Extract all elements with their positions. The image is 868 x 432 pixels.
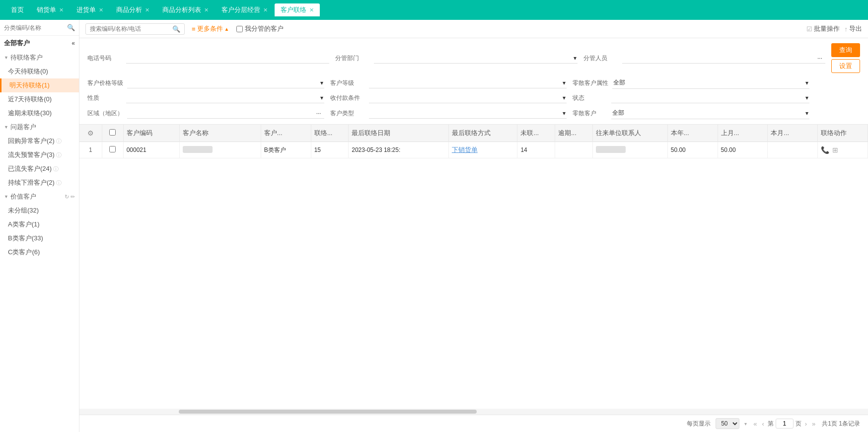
col-overdue-header: 逾期... [555, 125, 592, 142]
all-customers-header[interactable]: 全部客户 « [0, 36, 79, 51]
sidebar-item-today-contact[interactable]: 今天待联络(0) [0, 65, 79, 78]
customer-level-select[interactable] [369, 78, 567, 88]
sidebar-item-7day-contact[interactable]: 近7天待联络(0) [0, 92, 79, 106]
export-btn[interactable]: ↑ 导出 [845, 24, 863, 33]
status-label: 状态 [573, 94, 607, 102]
nav-product-analysis-list[interactable]: 商品分析列表 ✕ [156, 3, 215, 16]
region-ellipsis[interactable]: ··· [314, 110, 323, 117]
main-layout: 🔍 全部客户 « 待联络客户 今天待联络(0) 明天待联络(1) 近7天待联络(… [0, 20, 868, 432]
nav-product-analysis-close[interactable]: ✕ [145, 7, 149, 13]
last-page-btn[interactable]: » [810, 420, 817, 428]
region-select[interactable]: ··· [127, 108, 324, 119]
sidebar-group-value-customers[interactable]: 价值客户 ↻ ✏ [0, 190, 79, 204]
filter-field-retail-attr: 零散客户属性 全部 [573, 77, 809, 89]
page-suffix: 页 [796, 420, 801, 428]
nav-product-analysis-list-close[interactable]: ✕ [204, 7, 209, 13]
nav-product-analysis[interactable]: 商品分析 ✕ [110, 3, 155, 16]
price-level-select[interactable] [127, 78, 324, 88]
grid-action-icon[interactable]: ⊞ [832, 146, 838, 154]
sidebar-item-overdue-contact[interactable]: 逾期未联络(30) [0, 106, 79, 120]
filter-bar: 🔍 ≡ 更多条件 ▲ 我分管的客户 ☑ 批量操作 ↑ 导出 [79, 20, 868, 38]
select-all-checkbox[interactable] [109, 129, 116, 136]
sidebar-item-tomorrow-contact[interactable]: 明天待联络(1) [0, 78, 79, 92]
retail-attr-chevron [805, 79, 808, 86]
sidebar-item-declining[interactable]: 持续下滑客户(2) ⓘ [0, 176, 79, 190]
info-icon-churn-warning: ⓘ [56, 151, 62, 159]
sidebar-group-problem-customers[interactable]: 问题客户 [0, 120, 79, 134]
settings-btn[interactable]: 设置 [831, 59, 860, 73]
sidebar-item-a-class[interactable]: A类客户(1) [0, 217, 79, 231]
sidebar-item-c-class[interactable]: C类客户(6) [0, 245, 79, 259]
price-level-chevron [320, 79, 323, 86]
row-actions: 📞 ⊞ [818, 142, 868, 158]
nav-customer-contact-close[interactable]: ✕ [309, 7, 314, 13]
gender-label: 性质 [87, 94, 122, 102]
filter-search-box[interactable]: 🔍 [85, 23, 185, 35]
sidebar-item-b-class[interactable]: B类客户(33) [0, 231, 79, 245]
next-page-btn[interactable]: › [803, 420, 808, 428]
filter-field-retail-customer: 零散客户 全部 [573, 107, 809, 119]
sidebar-item-churn-warning[interactable]: 流失预警客户(3) ⓘ [0, 148, 79, 162]
nav-home[interactable]: 首页 [5, 3, 30, 16]
horizontal-scrollbar[interactable] [79, 409, 868, 415]
sidebar-group-pending-contact[interactable]: 待联络客户 [0, 51, 79, 65]
payment-select[interactable] [369, 93, 567, 103]
content-area: 🔍 ≡ 更多条件 ▲ 我分管的客户 ☑ 批量操作 ↑ 导出 [79, 20, 868, 432]
sidebar-item-ungrouped[interactable]: 未分组(32) [0, 204, 79, 217]
page-size-select[interactable]: 50 [716, 418, 739, 429]
retail-attr-select[interactable]: 全部 [612, 77, 809, 89]
customer-table: ⚙ 客户编码 客户名称 客户... [79, 125, 868, 158]
gender-select[interactable] [126, 93, 324, 103]
first-page-btn[interactable]: « [752, 420, 758, 428]
sidebar: 🔍 全部客户 « 待联络客户 今天待联络(0) 明天待联络(1) 近7天待联络(… [0, 20, 79, 432]
nav-purchase-order-close[interactable]: ✕ [99, 7, 103, 13]
sidebar-item-repurchase-anomaly[interactable]: 回购异常客户(2) ⓘ [0, 134, 79, 148]
manager-label: 分管人员 [583, 54, 618, 63]
sidebar-item-churned[interactable]: 已流失客户(24) ⓘ [0, 162, 79, 176]
collapse-icon[interactable]: « [72, 40, 75, 47]
batch-ops-btn[interactable]: ☑ 批量操作 [806, 24, 840, 33]
info-icon-declining: ⓘ [56, 179, 62, 187]
customer-type-select[interactable] [369, 108, 567, 119]
status-select[interactable] [611, 93, 809, 103]
row-select-checkbox[interactable] [109, 146, 116, 152]
nav-customer-tiering-close[interactable]: ✕ [263, 7, 268, 13]
nav-customer-contact[interactable]: 客户联络 ✕ [275, 3, 320, 16]
row-checkbox[interactable] [102, 142, 123, 158]
my-customers-filter[interactable]: 我分管的客户 [236, 24, 284, 33]
col-type-header: 客户... [261, 125, 311, 142]
page-number-input[interactable] [776, 419, 794, 429]
settings-icon[interactable]: ⚙ [87, 129, 94, 137]
filter-field-region: 区域（地区） ··· [87, 108, 324, 119]
value-group-icons[interactable]: ↻ ✏ [65, 194, 75, 200]
query-btn[interactable]: 查询 [831, 43, 860, 57]
contact-method-link[interactable]: 下销货单 [452, 146, 478, 153]
more-conditions-btn[interactable]: ≡ 更多条件 ▲ [189, 23, 232, 35]
filter-field-customer-type: 客户类型 [330, 108, 567, 119]
manager-ellipsis[interactable]: ··· [815, 55, 824, 62]
filter-search-icon[interactable]: 🔍 [172, 25, 180, 33]
nav-sales-order[interactable]: 销货单 ✕ [31, 3, 70, 16]
manager-select[interactable]: ··· [622, 53, 825, 64]
info-icon-repurchase: ⓘ [56, 138, 62, 145]
sidebar-search-input[interactable] [4, 24, 65, 31]
retail-customer-chevron [805, 110, 808, 117]
filter-row-3: 性质 收付款条件 状态 [87, 93, 860, 103]
nav-purchase-order[interactable]: 进货单 ✕ [71, 3, 109, 16]
prev-page-btn[interactable]: ‹ [760, 420, 765, 428]
filter-field-manager: 分管人员 ··· [583, 53, 825, 64]
row-last-contact-method[interactable]: 下销货单 [448, 142, 517, 158]
retail-customer-select[interactable]: 全部 [611, 107, 809, 119]
phone-input[interactable] [126, 53, 329, 64]
total-records-label: 共1页 1条记录 [822, 420, 860, 428]
phone-action-icon[interactable]: 📞 [821, 146, 829, 154]
col-settings[interactable]: ⚙ [79, 125, 102, 142]
my-customers-checkbox[interactable] [236, 26, 243, 32]
scroll-thumb[interactable] [179, 410, 477, 414]
nav-sales-order-close[interactable]: ✕ [59, 7, 64, 13]
dept-select[interactable] [374, 53, 577, 64]
nav-customer-tiering[interactable]: 客户分层经营 ✕ [216, 3, 274, 16]
sidebar-search-icon[interactable]: 🔍 [67, 24, 75, 31]
retail-attr-label: 零散客户属性 [573, 79, 608, 87]
filter-search-input[interactable] [90, 25, 170, 32]
